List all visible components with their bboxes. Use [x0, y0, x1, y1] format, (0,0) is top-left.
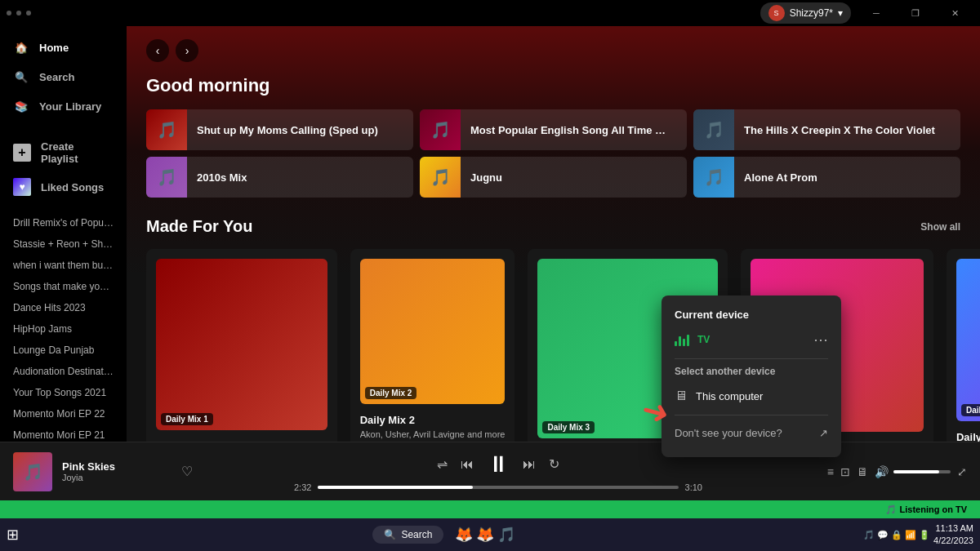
quick-item-thumb: 🎵 — [420, 109, 461, 150]
volume-fill — [893, 470, 939, 473]
player-track-info: 🎵 Pink Skies Joyia ♡ — [13, 452, 193, 491]
made-for-you-card[interactable]: Daily Mix 5 Daily Mix 5 ChillHop Cafe, L… — [947, 249, 980, 442]
taskbar-app-firefox1[interactable]: 🦊 — [455, 526, 473, 544]
quick-item-thumb: 🎵 — [420, 157, 461, 198]
made-for-you-header: Made For You Show all — [146, 217, 960, 236]
volume-control: 🔊 — [875, 465, 951, 478]
device-button[interactable]: 🖥 — [857, 465, 868, 478]
queue-button[interactable]: ⊡ — [840, 465, 850, 478]
taskbar-app-firefox2[interactable]: 🦊 — [476, 526, 494, 544]
sidebar-nav: 🏠 Home 🔍 Search 📚 Your Library — [0, 26, 127, 127]
chevron-down-icon: ▾ — [838, 7, 843, 19]
quick-item-thumb: 🎵 — [146, 109, 187, 150]
taskbar-date-value: 4/22/2023 — [933, 535, 973, 547]
sidebar-item-label-search: Search — [39, 71, 74, 83]
sidebar-playlist-item[interactable]: Your Top Songs 2021 — [0, 382, 127, 403]
like-button[interactable]: ♡ — [181, 464, 193, 479]
user-avatar: S — [768, 5, 785, 21]
device-divider — [675, 358, 828, 359]
card-badge: Daily Mix 3 — [542, 421, 595, 433]
select-device-label: Select another device — [675, 366, 828, 377]
made-for-you-card[interactable]: Daily Mix 1 Daily Mix 1 Metro Boomin, Tr… — [146, 249, 337, 442]
sidebar-playlist-item[interactable]: Drill Remix's of Popular Songs — [0, 212, 127, 233]
quick-item-thumb-inner: 🎵 — [693, 109, 734, 150]
previous-button[interactable]: ⏮ — [461, 457, 474, 472]
taskbar-app-spotify[interactable]: 🎵 — [497, 526, 515, 544]
quick-item-thumb-inner: 🎵 — [146, 157, 187, 198]
made-for-you-card[interactable]: Daily Mix 2 Daily Mix 2 Akon, Usher, Avr… — [350, 249, 515, 442]
card-badge: Daily Mix 2 — [365, 387, 417, 399]
quick-item-thumb-inner: 🎵 — [420, 109, 461, 150]
library-icon: 📚 — [13, 98, 29, 114]
forward-arrow-button[interactable]: › — [176, 39, 198, 62]
player-track-thumb: 🎵 — [13, 452, 52, 491]
playing-animation-icon — [675, 333, 689, 346]
sidebar-playlist-item[interactable]: Lounge Da Punjab — [0, 340, 127, 361]
quick-item[interactable]: 🎵 Most Popular English Song All Time ❤️ … — [420, 109, 687, 150]
quick-item-label: Most Popular English Song All Time ❤️ 🔥 … — [461, 124, 687, 136]
taskbar: ⊞ 🔍 Search 🦊 🦊 🎵 🎵 💬 🔒 📶 🔋 11:13 AM 4/22… — [0, 518, 980, 551]
card-badge: Daily Mix 1 — [161, 413, 213, 425]
dont-see-device-link[interactable]: Don't see your device? ↗ — [675, 422, 828, 444]
quick-item[interactable]: 🎵 2010s Mix — [146, 157, 413, 198]
taskbar-right: 🎵 💬 🔒 📶 🔋 11:13 AM 4/22/2023 — [863, 522, 973, 548]
sidebar-playlist-item[interactable]: Audionation Destination — [0, 361, 127, 382]
quick-item[interactable]: 🎵 Alone At Prom — [693, 157, 960, 198]
minimize-button[interactable]: ─ — [858, 0, 895, 26]
title-bar-dot-2 — [16, 11, 21, 16]
taskbar-search-label: Search — [401, 529, 432, 540]
fullscreen-button[interactable]: ⤢ — [957, 465, 967, 478]
pause-button[interactable]: ⏸ — [487, 451, 510, 478]
quick-item-label: The Hills X Creepin X The Color Violet — [734, 124, 945, 136]
volume-icon[interactable]: 🔊 — [875, 465, 889, 478]
back-arrow-button[interactable]: ‹ — [146, 39, 169, 62]
listening-label: 🎵 Listening on TV — [885, 504, 967, 515]
create-playlist-label: Create Playlist — [41, 140, 114, 165]
sidebar-playlist-item[interactable]: Dance Hits 2023 — [0, 297, 127, 318]
close-button[interactable]: ✕ — [936, 0, 973, 26]
title-bar-right: S Shizzy97* ▾ ─ ❐ ✕ — [760, 0, 973, 26]
quick-item-thumb: 🎵 — [693, 109, 734, 150]
show-all-button[interactable]: Show all — [920, 221, 960, 233]
taskbar-search-button[interactable]: 🔍 Search — [372, 526, 443, 544]
repeat-button[interactable]: ↻ — [549, 456, 559, 472]
liked-songs-label: Liked Songs — [41, 181, 104, 193]
sidebar-item-home[interactable]: 🏠 Home — [0, 33, 127, 62]
title-bar: S Shizzy97* ▾ ─ ❐ ✕ — [0, 0, 980, 26]
start-button[interactable]: ⊞ — [7, 526, 19, 544]
title-bar-dot-3 — [26, 11, 31, 16]
player-track-details: Pink Skies Joyia — [62, 460, 165, 482]
user-profile-button[interactable]: S Shizzy97* ▾ — [760, 2, 851, 24]
sidebar-playlist-item[interactable]: Songs that make you want t... — [0, 276, 127, 297]
taskbar-center: 🔍 Search 🦊 🦊 🎵 — [372, 526, 515, 544]
sidebar-playlist-item[interactable]: Momento Mori EP 22 — [0, 403, 127, 424]
lyrics-button[interactable]: ≡ — [827, 465, 834, 478]
current-device-item: TV ⋯ — [675, 331, 828, 349]
this-computer-label: This computer — [696, 390, 763, 402]
progress-bar[interactable] — [318, 486, 678, 489]
create-playlist-button[interactable]: + Create Playlist — [0, 134, 127, 171]
device-more-button[interactable]: ⋯ — [813, 331, 828, 349]
restore-button[interactable]: ❐ — [897, 0, 934, 26]
total-time: 3:10 — [685, 482, 702, 492]
card-thumb: Daily Mix 1 — [156, 259, 327, 430]
sidebar-item-search[interactable]: 🔍 Search — [0, 62, 127, 91]
dont-see-label: Don't see your device? — [675, 427, 782, 439]
quick-item[interactable]: 🎵 The Hills X Creepin X The Color Violet — [693, 109, 960, 150]
device-divider-2 — [675, 415, 828, 415]
sidebar-playlist-item[interactable]: HipHop Jams — [0, 318, 127, 340]
next-button[interactable]: ⏭ — [523, 457, 536, 472]
taskbar-search-icon: 🔍 — [384, 529, 396, 540]
volume-bar[interactable] — [893, 470, 951, 473]
create-playlist-icon: + — [13, 144, 31, 162]
sidebar-playlist-item[interactable]: Momento Mori EP 21 — [0, 424, 127, 442]
quick-item[interactable]: 🎵 Jugnu — [420, 157, 687, 198]
shuffle-button[interactable]: ⇌ — [437, 456, 448, 472]
quick-item[interactable]: 🎵 Shut up My Moms Calling (Sped up) — [146, 109, 413, 150]
sidebar-playlist-item[interactable]: when i want them butterflies... — [0, 255, 127, 276]
sidebar-item-library[interactable]: 📚 Your Library — [0, 91, 127, 121]
this-computer-option[interactable]: 🖥 This computer — [675, 384, 828, 408]
taskbar-left: ⊞ — [7, 526, 25, 544]
liked-songs-button[interactable]: ♥ Liked Songs — [0, 171, 127, 202]
sidebar-playlist-item[interactable]: Stassie + Reon + Shizzy97* — [0, 233, 127, 255]
